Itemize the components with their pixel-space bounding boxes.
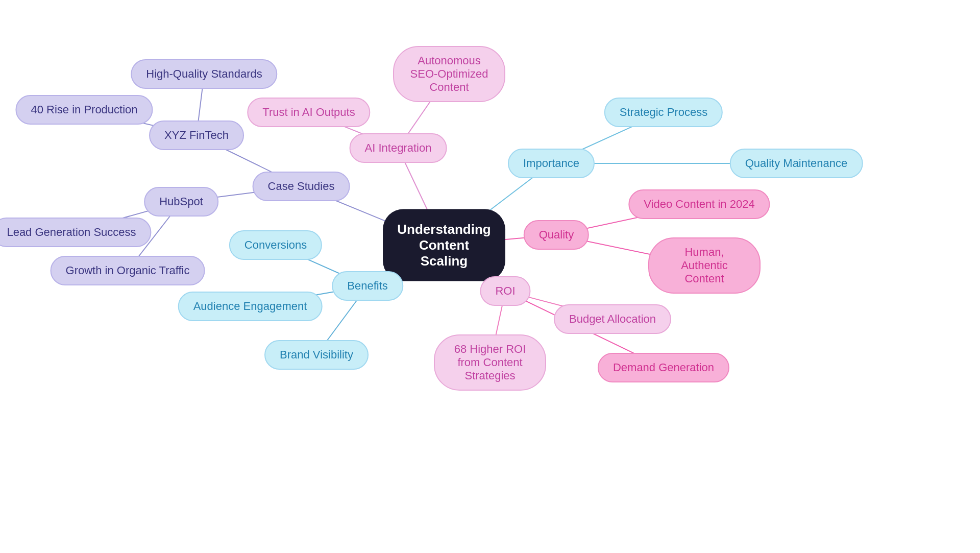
higher-roi-node[interactable]: 68 Higher ROI from Content Strategies xyxy=(434,334,546,391)
hubspot-node[interactable]: HubSpot xyxy=(144,187,218,217)
autonomous-seo-node[interactable]: Autonomous SEO-Optimized Content xyxy=(393,46,505,102)
center-node[interactable]: Understanding Content Scaling xyxy=(383,209,505,281)
benefits-node[interactable]: Benefits xyxy=(332,271,403,301)
case-studies-node[interactable]: Case Studies xyxy=(253,172,350,201)
video-content-node[interactable]: Video Content in 2024 xyxy=(628,189,770,219)
importance-node[interactable]: Importance xyxy=(508,149,595,178)
audience-engagement-node[interactable]: Audience Engagement xyxy=(178,292,323,321)
conversions-node[interactable]: Conversions xyxy=(229,230,322,260)
strategic-process-node[interactable]: Strategic Process xyxy=(604,98,723,127)
quality-maintenance-node[interactable]: Quality Maintenance xyxy=(730,149,863,178)
trust-ai-node[interactable]: Trust in AI Outputs xyxy=(247,98,370,127)
xyz-fintech-node[interactable]: XYZ FinTech xyxy=(149,121,244,150)
lead-generation-node[interactable]: Lead Generation Success xyxy=(0,218,152,247)
budget-allocation-node[interactable]: Budget Allocation xyxy=(554,304,671,334)
growth-organic-node[interactable]: Growth in Organic Traffic xyxy=(51,256,205,285)
mind-map: Understanding Content ScalingAI Integrat… xyxy=(0,0,980,553)
roi-node[interactable]: ROI xyxy=(480,276,530,306)
human-authentic-node[interactable]: Human, Authentic Content xyxy=(648,237,761,294)
demand-generation-node[interactable]: Demand Generation xyxy=(598,353,729,382)
ai-integration-node[interactable]: AI Integration xyxy=(350,133,447,163)
high-quality-standards-node[interactable]: High-Quality Standards xyxy=(131,59,277,89)
40-rise-node[interactable]: 40 Rise in Production xyxy=(15,95,153,125)
quality-node[interactable]: Quality xyxy=(524,220,589,250)
brand-visibility-node[interactable]: Brand Visibility xyxy=(264,340,369,370)
